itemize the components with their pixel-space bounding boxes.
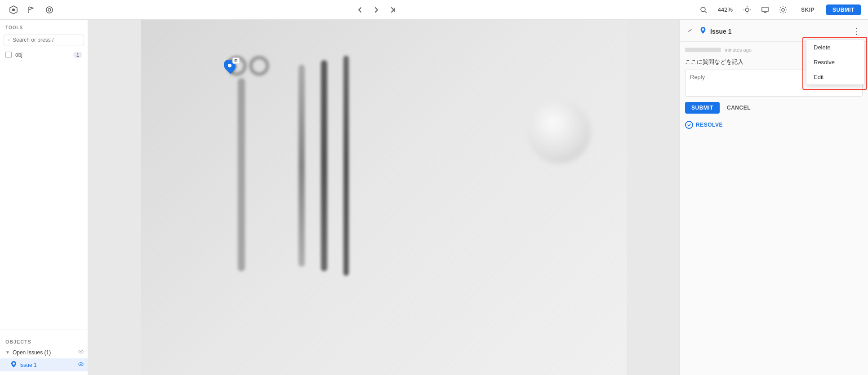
svg-point-7 bbox=[745, 8, 749, 12]
toolbar-center bbox=[354, 4, 399, 16]
canvas-background: ⊞ bbox=[141, 20, 627, 375]
pen-2 bbox=[321, 60, 327, 271]
reply-cancel-button[interactable]: CANCEL bbox=[723, 102, 754, 114]
obj-label: obj bbox=[15, 52, 70, 58]
svg-point-5 bbox=[701, 7, 705, 12]
objects-label: OBJECTS bbox=[5, 339, 31, 344]
svg-point-3 bbox=[48, 9, 51, 11]
dropdown-menu: Delete Resolve Edit bbox=[806, 40, 864, 85]
top-toolbar: 442% SKIP SUBMIT bbox=[0, 0, 868, 20]
pen-1 bbox=[298, 65, 305, 267]
issue-pin-icon bbox=[11, 361, 17, 369]
toolbar-left bbox=[7, 4, 56, 16]
brightness-icon[interactable] bbox=[741, 4, 753, 16]
open-issues-group[interactable]: ▼ Open Issues (1) bbox=[0, 346, 88, 358]
author-avatar bbox=[685, 48, 721, 52]
panel-close-button[interactable] bbox=[685, 26, 696, 37]
comment-time: minutes ago bbox=[725, 47, 752, 53]
logo-icon[interactable] bbox=[7, 4, 20, 16]
panel-more-button[interactable]: ⋮ bbox=[850, 25, 863, 38]
group-label: Open Issues (1) bbox=[13, 349, 75, 356]
search-bar[interactable] bbox=[4, 35, 84, 45]
search-icon[interactable] bbox=[697, 4, 710, 16]
dropdown-delete[interactable]: Delete bbox=[806, 40, 864, 55]
cup bbox=[528, 101, 591, 163]
pin-dot bbox=[228, 64, 231, 67]
obj-row[interactable]: obj 1 bbox=[0, 49, 88, 61]
panel-issue-title: Issue 1 bbox=[710, 28, 846, 35]
canvas-area: ⊞ bbox=[88, 20, 679, 375]
tag-icon[interactable] bbox=[43, 4, 56, 16]
svg-point-22 bbox=[702, 28, 704, 31]
main-layout: TOOLS obj 1 OBJECTS ▼ Open Issues (1) bbox=[0, 20, 868, 375]
nav-forward-button[interactable] bbox=[370, 4, 383, 16]
svg-point-15 bbox=[8, 39, 9, 40]
dropdown-edit[interactable]: Edit bbox=[806, 70, 864, 84]
svg-point-18 bbox=[80, 351, 82, 353]
dropdown-resolve[interactable]: Resolve bbox=[806, 55, 864, 70]
svg-point-14 bbox=[782, 9, 784, 11]
flag-icon[interactable] bbox=[25, 4, 38, 16]
scissors-blade bbox=[238, 78, 245, 271]
issue-1-row[interactable]: Issue 1 bbox=[0, 358, 88, 371]
svg-line-16 bbox=[9, 40, 9, 41]
zoom-level: 442% bbox=[715, 5, 735, 14]
monitor-icon[interactable] bbox=[759, 4, 771, 16]
svg-point-19 bbox=[13, 362, 15, 365]
objects-section: OBJECTS ▼ Open Issues (1) Issue 1 bbox=[0, 334, 88, 375]
issue-eye-icon[interactable] bbox=[78, 361, 84, 369]
panel-body: minutes ago ここに質問などを記入 SUBMIT CANCEL RES… bbox=[680, 42, 868, 375]
pen-3 bbox=[343, 56, 349, 276]
panel-issue-icon bbox=[699, 26, 707, 36]
tools-label: TOOLS bbox=[0, 20, 88, 33]
search-input[interactable] bbox=[13, 37, 80, 43]
group-eye-icon[interactable] bbox=[78, 349, 84, 356]
nav-back-button[interactable] bbox=[354, 4, 366, 16]
left-sidebar: TOOLS obj 1 OBJECTS ▼ Open Issues (1) bbox=[0, 20, 88, 375]
issue-pin[interactable]: ⊞ bbox=[224, 59, 235, 72]
skip-button[interactable]: SKIP bbox=[795, 4, 821, 15]
settings-icon[interactable] bbox=[777, 4, 789, 16]
toolbar-right: 442% SKIP SUBMIT bbox=[697, 4, 861, 16]
resolve-row[interactable]: RESOLVE bbox=[685, 117, 863, 132]
panel-header: Issue 1 ⋮ bbox=[680, 20, 868, 42]
nav-last-button[interactable] bbox=[386, 4, 399, 16]
issue-1-label: Issue 1 bbox=[19, 362, 75, 368]
obj-count: 1 bbox=[73, 52, 82, 58]
submit-top-button[interactable]: SUBMIT bbox=[826, 4, 861, 15]
svg-point-21 bbox=[80, 364, 82, 365]
reply-submit-button[interactable]: SUBMIT bbox=[685, 102, 720, 114]
pin-badge: ⊞ bbox=[232, 57, 240, 64]
objects-divider bbox=[0, 330, 88, 330]
scissors-tool bbox=[222, 56, 276, 271]
svg-rect-12 bbox=[762, 7, 768, 12]
reply-action-row: SUBMIT CANCEL bbox=[685, 102, 863, 114]
objects-header: OBJECTS bbox=[0, 337, 88, 346]
right-panel: Issue 1 ⋮ minutes ago ここに質問などを記入 SUBMIT … bbox=[679, 20, 868, 375]
scissors-handle-right bbox=[249, 56, 269, 76]
svg-line-6 bbox=[705, 11, 707, 13]
group-arrow-icon: ▼ bbox=[5, 350, 10, 355]
svg-point-1 bbox=[12, 9, 15, 11]
svg-point-2 bbox=[46, 7, 53, 13]
search-bar-icon bbox=[8, 37, 10, 43]
resolve-icon bbox=[685, 121, 693, 129]
resolve-label[interactable]: RESOLVE bbox=[696, 122, 723, 128]
obj-checkbox[interactable] bbox=[5, 52, 12, 58]
